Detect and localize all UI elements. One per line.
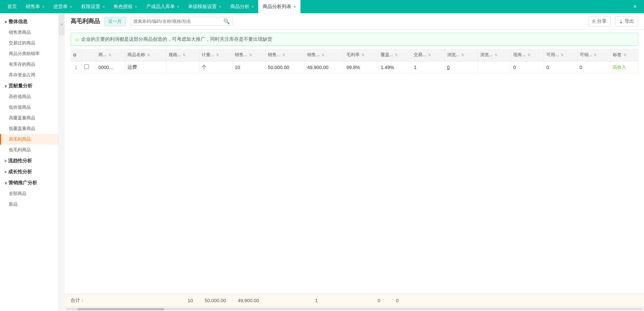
info-banner: ◇ 企业的主要的利润都是这部分商品创造的，可考虑加大推广，同时关注库存是不要出现…: [71, 33, 638, 46]
nav-item-进货单[interactable]: 进货单×: [49, 0, 76, 13]
nav-item-商品分析列表[interactable]: 商品分析列表×: [258, 0, 300, 13]
col-header-trade[interactable]: 交易... ⇅: [411, 49, 445, 61]
filter-button[interactable]: 近一月: [104, 17, 126, 26]
cell-gross_margin: 99.8%: [344, 61, 378, 73]
cell-sales_cost: 49,900.00: [305, 61, 344, 73]
group-label: 营销推广分析: [8, 180, 37, 186]
footer-coverage: [283, 298, 305, 303]
nav-close-icon[interactable]: ×: [219, 4, 221, 9]
nav-item-角色授权[interactable]: 角色授权×: [109, 0, 141, 13]
nav-item-首页[interactable]: 首页: [3, 0, 21, 13]
sidebar-item-高覆盖量商品[interactable]: 高覆盖量商品: [0, 113, 58, 123]
cell-unit: 个: [199, 61, 232, 73]
nav-item-权限设置[interactable]: 权限设置×: [77, 0, 109, 13]
nav-close-icon[interactable]: ×: [294, 4, 296, 9]
col-header-gross_margin[interactable]: 毛利率 ⇅: [344, 49, 378, 61]
close-all-button[interactable]: ×: [629, 3, 641, 10]
col-header-available_stock[interactable]: 可用... ⇅: [544, 49, 577, 61]
col-header-sales_qty[interactable]: 销售... ⇅: [233, 49, 266, 61]
sidebar-group-0[interactable]: ∨整体信息: [0, 16, 58, 27]
sort-icon-gross_margin: ⇅: [360, 53, 364, 57]
nav-item-单据模板设置[interactable]: 单据模板设置×: [184, 0, 226, 13]
sort-icon-sales_qty: ⇅: [248, 53, 252, 57]
nav-close-icon[interactable]: ×: [177, 4, 179, 9]
row-checkbox[interactable]: [84, 64, 89, 69]
sidebar-item-交易过的商品[interactable]: 交易过的商品: [0, 38, 58, 48]
sort-icon-unit: ⇅: [215, 53, 219, 57]
sort-icon-views1: ⇅: [460, 53, 464, 57]
sidebar-item-低覆盖量商品[interactable]: 低覆盖量商品: [0, 123, 58, 134]
export-icon: ⤓: [619, 19, 623, 24]
col-header-current_stock[interactable]: 现有... ⇅: [511, 49, 544, 61]
sidebar-item-高毛利商品[interactable]: 高毛利商品: [0, 134, 58, 145]
col-header-unit[interactable]: 计量... ⇅: [199, 49, 232, 61]
sort-icon-trade: ⇅: [427, 53, 431, 57]
group-label: 成长性分析: [8, 169, 32, 175]
group-arrow-icon: >: [4, 170, 7, 174]
share-icon: ⎘: [593, 19, 596, 24]
group-label: 流趋性分析: [8, 158, 32, 164]
horizontal-scrollbar[interactable]: [65, 307, 644, 311]
col-header-settings: ⚙: [71, 49, 82, 61]
col-header-tag[interactable]: 标签 ⇅: [610, 49, 638, 61]
nav-close-icon[interactable]: ×: [252, 4, 254, 9]
footer-bar: 合计： 10 50,000.00 49,900.00 1 0 0: [65, 294, 644, 307]
table-container: ⚙商... ⇅商品名称 ⇅规格... ⇅计量... ⇅销售... ⇅销售... …: [65, 49, 644, 294]
sidebar-collapse-button[interactable]: «: [59, 13, 65, 35]
nav-close-icon[interactable]: ×: [70, 4, 72, 9]
nav-item-产成品入库单[interactable]: 产成品入库单×: [142, 0, 184, 13]
sidebar-item-低价值商品[interactable]: 低价值商品: [0, 102, 58, 113]
group-arrow-icon: ∨: [4, 84, 7, 88]
cell-name: 运费: [125, 61, 166, 73]
nav-item-商品分析[interactable]: 商品分析×: [226, 0, 258, 13]
col-header-sales_cost[interactable]: 销售... ⇅: [305, 49, 344, 61]
sidebar: ∨整体信息销售类商品交易过的商品商品分类助销率有库存的商品库存资金占用∨贡献量分…: [0, 13, 59, 311]
sidebar-group-4[interactable]: ∨营销推广分析: [0, 177, 58, 188]
footer-gross-margin: [261, 298, 283, 303]
top-nav: 首页销售单×进货单×权限设置×角色授权×产成品入库单×单据模板设置×商品分析×商…: [0, 0, 644, 13]
sidebar-item-销售类商品[interactable]: 销售类商品: [0, 27, 58, 38]
cell-available_stock: 0: [544, 61, 577, 73]
cell-views2: [478, 61, 511, 73]
col-header-spec[interactable]: 规格... ⇅: [166, 49, 199, 61]
col-header-sales_amount[interactable]: 销售... ⇅: [266, 49, 305, 61]
sort-icon-sellable_stock: ⇅: [593, 53, 597, 57]
sidebar-item-库存资金占用[interactable]: 库存资金占用: [0, 70, 58, 80]
share-button[interactable]: ⎘ 分享: [589, 16, 611, 26]
export-button[interactable]: ⤓ 导出: [615, 16, 638, 26]
sort-icon-current_stock: ⇅: [526, 53, 530, 57]
col-header-views1[interactable]: 浏览... ⇅: [445, 49, 478, 61]
col-header-code[interactable]: 商... ⇅: [96, 49, 125, 61]
nav-item-销售单[interactable]: 销售单×: [21, 0, 49, 13]
cell-views1[interactable]: 0: [445, 61, 478, 73]
sort-icon-code: ⇅: [107, 53, 111, 57]
sidebar-item-新品[interactable]: 新品: [0, 199, 58, 210]
col-header-sellable_stock[interactable]: 可销... ⇅: [577, 49, 610, 61]
group-arrow-icon: ∨: [4, 181, 7, 185]
sidebar-group-2[interactable]: >流趋性分析: [0, 155, 58, 166]
footer-trade: 1: [305, 298, 320, 303]
sidebar-item-低毛利商品[interactable]: 低毛利商品: [0, 145, 58, 155]
sidebar-group-1[interactable]: ∨贡献量分析: [0, 80, 58, 91]
cell-sales_qty: 10: [233, 61, 266, 73]
data-table: ⚙商... ⇅商品名称 ⇅规格... ⇅计量... ⇅销售... ⇅销售... …: [71, 49, 638, 73]
nav-close-icon[interactable]: ×: [42, 4, 44, 9]
info-icon: ◇: [75, 37, 79, 42]
cell-sales_amount: 50,000.00: [266, 61, 305, 73]
sidebar-item-商品分类助销率[interactable]: 商品分类助销率: [0, 48, 58, 59]
sidebar-item-有库存的商品[interactable]: 有库存的商品: [0, 59, 58, 70]
col-header-views2[interactable]: 浏览... ⇅: [478, 49, 511, 61]
search-input[interactable]: [133, 19, 223, 24]
group-label: 整体信息: [8, 18, 28, 25]
content-area: 高毛利商品 近一月 🔍 ⎘ 分享 ⤓ 导出 ◇ 企业的主要: [65, 13, 644, 311]
cell-code: 0000...: [96, 61, 125, 73]
row-checkbox-cell: [82, 61, 96, 73]
sidebar-item-高价值商品[interactable]: 高价值商品: [0, 91, 58, 102]
sidebar-group-3[interactable]: >成长性分析: [0, 166, 58, 177]
sidebar-item-全部商品[interactable]: 全部商品: [0, 188, 58, 199]
nav-close-icon[interactable]: ×: [102, 4, 105, 9]
col-header-name[interactable]: 商品名称 ⇅: [125, 49, 166, 61]
col-header-coverage[interactable]: 覆盖... ⇅: [378, 49, 411, 61]
nav-close-icon[interactable]: ×: [135, 4, 137, 9]
scrollbar-thumb[interactable]: [78, 308, 164, 310]
